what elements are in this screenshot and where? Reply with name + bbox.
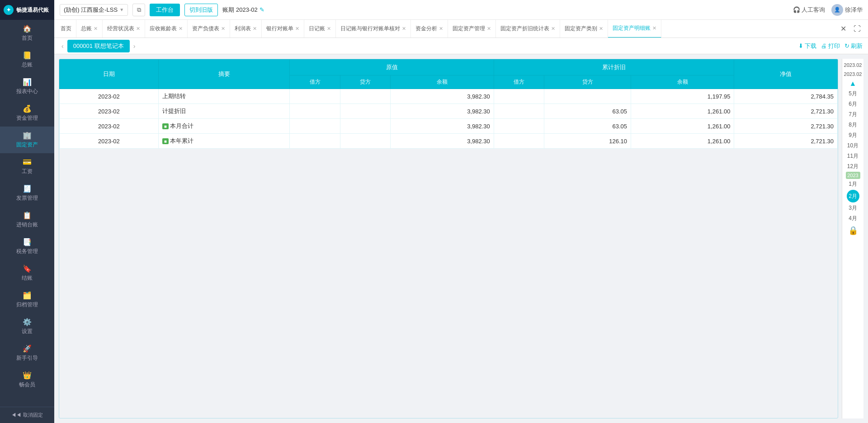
tab-close-icon[interactable]: ✕	[599, 26, 603, 32]
ledger-icon: 📒	[23, 51, 32, 60]
lock-icon: 🔒	[848, 226, 858, 235]
support-label: 人工客询	[802, 6, 825, 14]
tab-close-icon[interactable]: ✕	[652, 25, 656, 31]
sidebar-item-invoice[interactable]: 🧾 发票管理	[0, 180, 54, 207]
maximize-button[interactable]: ⛶	[852, 23, 863, 35]
sidebar-item-fund[interactable]: 💰 资金管理	[0, 100, 54, 127]
tab-label: 固定资产明细账	[613, 24, 651, 32]
tab-close-icon[interactable]: ✕	[402, 26, 406, 32]
sidebar-item-home[interactable]: 🏠 首页	[0, 20, 54, 47]
print-button[interactable]: 🖨 打印	[821, 42, 840, 50]
right-panel: 2023.02 2023.02 ▲ 5月 6月 7月 8月 9月 10月 11月…	[842, 59, 863, 418]
tab-close-icon[interactable]: ✕	[439, 26, 443, 32]
tab-journal[interactable]: 日记账 ✕	[304, 20, 336, 38]
sidebar-item-ledger[interactable]: 📒 总账	[0, 47, 54, 73]
tab-close-icon[interactable]: ✕	[221, 26, 225, 32]
sidebar-item-reports[interactable]: 📊 报表中心	[0, 73, 54, 100]
tab-profit[interactable]: 利润表 ✕	[230, 20, 262, 38]
fund-icon: 💰	[23, 104, 32, 113]
cell-orig-credit	[340, 134, 390, 149]
month-5[interactable]: 5月	[842, 89, 863, 99]
close-all-button[interactable]: ✕	[839, 23, 848, 35]
month-9[interactable]: 9月	[842, 130, 863, 141]
sidebar-item-label: 畅会员	[19, 381, 35, 389]
tag-monthly: ■	[162, 123, 169, 129]
workbench-button[interactable]: 工作台	[150, 4, 180, 16]
download-button[interactable]: ⬇ 下载	[798, 42, 816, 50]
support-button[interactable]: 🎧 人工客询	[793, 6, 825, 14]
reports-icon: 📊	[23, 78, 32, 86]
copy-button[interactable]: ⧉	[132, 4, 145, 16]
tab-close-icon[interactable]: ✕	[94, 26, 98, 32]
sidebar-item-purchase-sales[interactable]: 📋 进销台账	[0, 207, 54, 233]
month-2-active[interactable]: 2月	[847, 190, 859, 202]
month-12[interactable]: 12月	[842, 161, 863, 172]
tab-close-icon[interactable]: ✕	[253, 26, 257, 32]
sidebar-item-fixed-assets[interactable]: 🏢 固定资产	[0, 127, 54, 153]
tab-close-icon[interactable]: ✕	[551, 26, 555, 32]
tab-label: 固定资产管理	[453, 25, 485, 33]
tab-ledger[interactable]: 总账 ✕	[76, 20, 103, 38]
tab-label: 日记账	[309, 25, 325, 33]
member-icon: 👑	[23, 371, 32, 380]
tab-label: 固定资产类别	[565, 25, 597, 33]
cell-orig-debit	[290, 104, 340, 119]
sidebar-item-archive[interactable]: 🗂️ 归档管理	[0, 287, 54, 313]
cell-orig-balance: 3,982.30	[391, 134, 494, 149]
month-3[interactable]: 3月	[842, 203, 863, 213]
cell-orig-balance: 3,982.30	[391, 104, 494, 119]
sidebar: ✦ 畅捷通易代账 🏠 首页 📒 总账 📊 报表中心 💰 资金管理 🏢 固定资产 …	[0, 0, 54, 423]
nav-next-button[interactable]: ›	[132, 42, 137, 50]
tab-business[interactable]: 经营状况表 ✕	[103, 20, 145, 38]
sidebar-item-tax[interactable]: 📑 税务管理	[0, 233, 54, 260]
user-menu[interactable]: 👤 徐泽华	[831, 4, 863, 16]
month-6[interactable]: 6月	[842, 99, 863, 109]
tab-close-icon[interactable]: ✕	[327, 26, 331, 32]
old-version-button[interactable]: 切到旧版	[184, 4, 218, 16]
sidebar-item-member[interactable]: 👑 畅会员	[0, 367, 54, 393]
sidebar-item-guide[interactable]: 🚀 新手引导	[0, 340, 54, 367]
sidebar-item-label: 新手引导	[16, 354, 38, 362]
tab-label: 资金分析	[415, 25, 437, 33]
month-1[interactable]: 1月	[842, 179, 863, 189]
tab-fa-detail[interactable]: 固定资产明细账 ✕	[608, 20, 661, 38]
scroll-up-button[interactable]: ▲	[849, 79, 858, 89]
unpin-sidebar-button[interactable]: ◀◀ 取消固定	[0, 407, 54, 423]
tab-bank[interactable]: 银行对账单 ✕	[262, 20, 304, 38]
sidebar-item-settlement[interactable]: 🔖 结账	[0, 260, 54, 287]
sub-tabbar-actions: ⬇ 下载 🖨 打印 ↻ 刷新	[798, 42, 863, 50]
tab-close-icon[interactable]: ✕	[295, 26, 299, 32]
sidebar-item-label: 报表中心	[16, 88, 38, 95]
settlement-icon: 🔖	[23, 264, 32, 273]
refresh-button[interactable]: ↻ 刷新	[844, 42, 863, 50]
period-edit-icon[interactable]: ✎	[259, 6, 264, 13]
sidebar-item-label: 归档管理	[16, 301, 38, 309]
nav-prev-button[interactable]: ‹	[60, 42, 66, 50]
tab-close-icon[interactable]: ✕	[136, 26, 140, 32]
tab-capital[interactable]: 资金分析 ✕	[411, 20, 448, 38]
sidebar-item-settings[interactable]: ⚙️ 设置	[0, 313, 54, 340]
sidebar-item-salary[interactable]: 💳 工资	[0, 153, 54, 180]
cell-orig-debit	[290, 89, 340, 104]
tab-balance[interactable]: 资产负债表 ✕	[188, 20, 230, 38]
tab-close-icon[interactable]: ✕	[487, 26, 491, 32]
cell-summary: ■本年累计	[158, 134, 290, 149]
sub-tab-asset-001[interactable]: 000001 联想笔记本	[67, 40, 130, 52]
tab-home[interactable]: 首页	[56, 20, 76, 38]
sidebar-item-label: 发票管理	[16, 194, 38, 202]
month-7[interactable]: 7月	[842, 109, 863, 120]
topbar-right: 🎧 人工客询 👤 徐泽华	[793, 4, 863, 16]
company-selector[interactable]: (劢创) 江西服企-LSS ▼	[60, 4, 128, 16]
tab-fa-depr[interactable]: 固定资产折旧统计表 ✕	[496, 20, 560, 38]
tab-close-icon[interactable]: ✕	[179, 26, 183, 32]
month-8[interactable]: 8月	[842, 120, 863, 130]
tab-fa-mgmt[interactable]: 固定资产管理 ✕	[448, 20, 496, 38]
month-4[interactable]: 4月	[842, 213, 863, 224]
tab-journal-bank[interactable]: 日记账与银行对账单核对 ✕	[336, 20, 411, 38]
col-accumulated-depr: 累计折旧	[494, 60, 734, 75]
month-11[interactable]: 11月	[842, 151, 863, 161]
tab-receivable[interactable]: 应收账龄表 ✕	[145, 20, 188, 38]
month-10[interactable]: 10月	[842, 141, 863, 151]
tab-fa-type[interactable]: 固定资产类别 ✕	[560, 20, 608, 38]
tab-label: 利润表	[235, 25, 251, 33]
